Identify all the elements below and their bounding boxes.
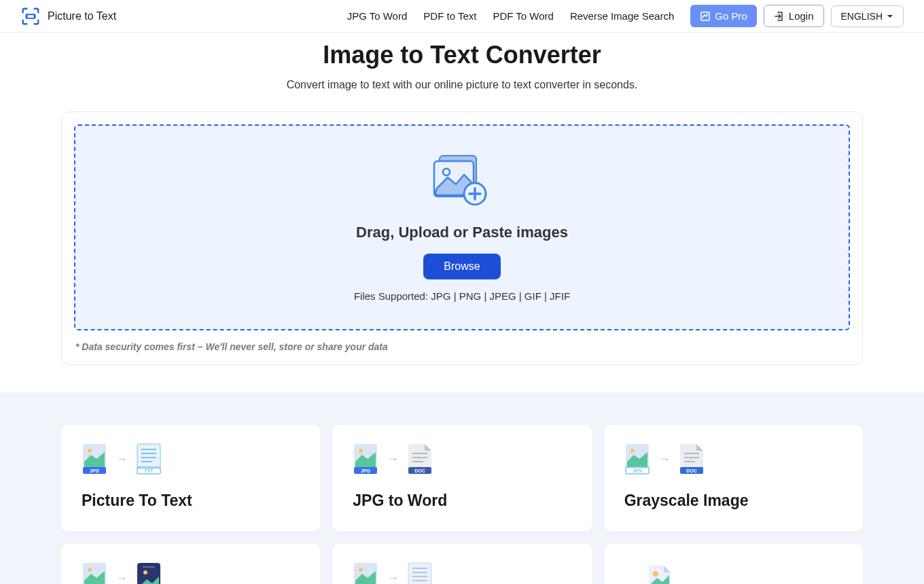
image-wide-icon [643,562,673,584]
main-nav: JPG To Word PDF to Text PDF To Word Reve… [347,5,904,27]
security-note: * Data security comes first – We'll neve… [74,341,850,352]
svg-point-40 [143,570,147,574]
main-content: Image to Text Converter Convert image to… [0,33,924,584]
file-txt-icon: TXT [136,443,162,475]
chevron-down-icon [887,14,893,18]
upload-container: Drag, Upload or Paste images Browse File… [61,111,863,365]
arrow-icon: → [116,452,128,466]
header-controls: Go Pro Login ENGLISH [690,5,904,27]
svg-text:JPG: JPG [90,468,100,473]
file-jpg-icon: JPG [353,443,378,475]
svg-point-28 [630,449,635,453]
nav-jpg-to-word[interactable]: JPG To Word [347,10,408,22]
file-light-icon [407,562,433,584]
nav-pdf-to-word[interactable]: PDF To Word [493,10,553,22]
svg-point-19 [359,449,363,453]
chart-icon [700,11,711,22]
file-jpg-icon: JPG [624,443,650,475]
svg-point-43 [359,568,363,572]
language-label: ENGLISH [841,11,883,22]
tool-icons: JPG → TXT [82,443,300,475]
arrow-icon: → [116,571,128,585]
header: Picture to Text JPG To Word PDF to Text … [0,0,924,33]
logo-text: Picture to Text [48,10,116,22]
logo[interactable]: Picture to Text [20,6,116,27]
file-jpg-icon: JPG [82,443,107,475]
svg-point-51 [653,571,658,577]
browse-button[interactable]: Browse [423,254,500,279]
file-dark-icon [136,562,162,584]
svg-text:DOC: DOC [415,468,426,473]
login-label: Login [789,10,814,22]
tool-card-6[interactable] [604,544,863,584]
supported-formats: Files Supported: JPG | PNG | JPEG | GIF … [89,290,835,302]
tool-icons [624,562,842,584]
tool-title: Picture To Text [82,492,300,510]
svg-text:DOC: DOC [686,468,697,473]
tool-card-picture-to-text[interactable]: JPG → TXT Picture To Text [61,425,320,532]
tool-card-jpg-to-word[interactable]: JPG → DOC JPG to Word [332,425,591,532]
svg-rect-11 [137,444,160,468]
tool-icons: → [82,562,300,584]
svg-text:JPG: JPG [633,468,643,473]
file-jpg-icon [82,562,107,584]
arrow-icon: → [658,452,671,466]
tool-card-4[interactable]: → [61,544,320,584]
tools-section: JPG → TXT Picture To Text JPG → DOC JPG … [0,392,924,584]
svg-point-8 [88,449,92,453]
tool-icons: → [353,562,571,584]
svg-text:TXT: TXT [144,468,154,473]
page-subtitle: Convert image to text with our online pi… [0,79,924,91]
tool-card-grayscale-image[interactable]: JPG → DOC Grayscale Image [604,425,863,532]
arrow-icon: → [387,452,399,466]
tool-icons: JPG → DOC [624,443,842,475]
logo-icon [20,6,41,27]
go-pro-label: Go Pro [715,10,747,22]
nav-pdf-to-text[interactable]: PDF to Text [423,10,476,22]
language-dropdown[interactable]: ENGLISH [831,5,904,27]
dropzone[interactable]: Drag, Upload or Paste images Browse File… [74,124,850,330]
tool-icons: JPG → DOC [353,443,571,475]
tools-grid: JPG → TXT Picture To Text JPG → DOC JPG … [61,425,863,584]
login-icon [774,11,785,22]
tool-title: Grayscale Image [624,492,842,510]
file-jpg-icon [353,562,378,584]
login-button[interactable]: Login [764,5,824,27]
file-doc-icon: DOC [407,443,433,475]
upload-image-icon [431,153,493,209]
file-doc-icon: DOC [679,443,705,475]
upload-icon-wrap [89,153,835,209]
svg-text:JPG: JPG [361,468,371,473]
nav-reverse-image-search[interactable]: Reverse Image Search [570,10,674,22]
tool-title: JPG to Word [353,492,571,510]
arrow-icon: → [387,571,399,585]
tool-card-5[interactable]: → [332,544,591,584]
page-title: Image to Text Converter [0,41,924,69]
go-pro-button[interactable]: Go Pro [690,5,757,27]
svg-rect-1 [27,15,33,18]
upload-heading: Drag, Upload or Paste images [89,224,835,241]
svg-point-37 [88,568,92,572]
